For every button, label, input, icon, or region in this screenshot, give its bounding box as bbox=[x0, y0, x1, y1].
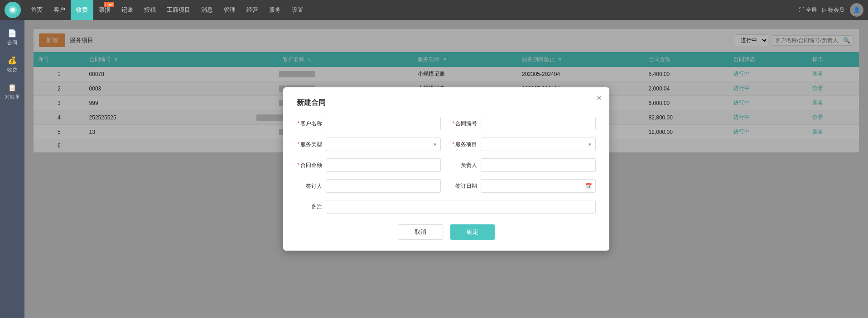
sidebar-item-billing[interactable]: 💰 收费 bbox=[1, 52, 24, 77]
contract-no-row: *合同编号 bbox=[452, 117, 596, 130]
service-item-select-wrapper: ▼ bbox=[481, 138, 596, 151]
nav-manage[interactable]: 管理 bbox=[218, 0, 241, 20]
remark-input[interactable] bbox=[326, 200, 596, 214]
customer-name-label: *客户名称 bbox=[297, 120, 322, 128]
sidebar-item-contract[interactable]: 📄 合同 bbox=[1, 24, 24, 50]
content-area: 新增 服务项目 进行中 已完成 已终止 🔍 bbox=[24, 20, 868, 318]
fullscreen-icon: ⛶ bbox=[799, 7, 804, 13]
modal-title: 新建合同 bbox=[297, 98, 596, 108]
sidebar-item-reconcile[interactable]: 📋 对账单 bbox=[1, 79, 24, 104]
avatar[interactable]: 👤 bbox=[850, 3, 863, 17]
nav-home[interactable]: 首页 bbox=[25, 0, 48, 20]
form-grid: *客户名称 *合同编号 *服务类型 bbox=[297, 117, 596, 214]
amount-label: *合同金额 bbox=[297, 161, 322, 169]
sign-date-input[interactable]: 2023-06-06 bbox=[481, 179, 596, 193]
new-badge: new bbox=[104, 2, 114, 7]
avatar-icon: 👤 bbox=[854, 7, 860, 13]
service-type-row: *服务类型 ▼ bbox=[297, 138, 441, 151]
signer-input[interactable] bbox=[326, 179, 441, 193]
responsible-input[interactable] bbox=[481, 158, 596, 172]
modal-overlay: ✕ 新建合同 *客户名称 *合同编号 bbox=[24, 20, 868, 318]
contract-no-input[interactable] bbox=[481, 117, 596, 130]
nav-operation[interactable]: 经营 bbox=[241, 0, 264, 20]
signer-label: 签订人 bbox=[297, 182, 322, 190]
service-type-label: *服务类型 bbox=[297, 141, 322, 148]
new-contract-modal: ✕ 新建合同 *客户名称 *合同编号 bbox=[283, 87, 609, 251]
nav-service[interactable]: 服务 bbox=[264, 0, 286, 20]
nav-right: ⛶ 全屏 ▷ 畅会员 👤 bbox=[799, 3, 863, 17]
nav-billing[interactable]: 收费 bbox=[71, 0, 93, 20]
responsible-label: 负责人 bbox=[452, 161, 477, 169]
service-type-select-wrapper: ▼ bbox=[326, 138, 441, 151]
sign-date-row: 签订日期 2023-06-06 📅 bbox=[452, 179, 596, 193]
signer-row: 签订人 bbox=[297, 179, 441, 193]
nav-customer[interactable]: 客户 bbox=[48, 0, 71, 20]
nav-tax[interactable]: 报税 bbox=[139, 0, 161, 20]
remark-label: 备注 bbox=[297, 203, 322, 211]
customer-name-input[interactable] bbox=[326, 117, 441, 130]
main-layout: 📄 合同 💰 收费 📋 对账单 新增 服务项目 进行中 已完成 已终止 bbox=[0, 20, 868, 318]
service-item-select[interactable] bbox=[481, 138, 596, 151]
nav-bookkeeping[interactable]: 记账 bbox=[116, 0, 139, 20]
amount-row: *合同金额 0.00 bbox=[297, 158, 441, 172]
modal-footer: 取消 确定 bbox=[297, 224, 596, 240]
nav-items: 首页 客户 收费 票据 new 记账 报税 工商项目 消息 管理 经营 服务 设… bbox=[25, 0, 799, 20]
service-type-select[interactable] bbox=[326, 138, 441, 151]
nav-message[interactable]: 消息 bbox=[196, 0, 218, 20]
service-item-label: *服务项目 bbox=[452, 141, 477, 148]
responsible-row: 负责人 bbox=[452, 158, 596, 172]
billing-icon: 💰 bbox=[7, 55, 17, 65]
contract-no-label: *合同编号 bbox=[452, 120, 477, 128]
fullscreen-button[interactable]: ⛶ 全屏 bbox=[799, 6, 817, 14]
confirm-button[interactable]: 确定 bbox=[450, 224, 495, 240]
nav-settings[interactable]: 设置 bbox=[286, 0, 309, 20]
remark-row: 备注 bbox=[297, 200, 596, 214]
amount-input[interactable]: 0.00 bbox=[326, 158, 441, 172]
vip-icon: ▷ bbox=[822, 7, 826, 13]
reconcile-icon: 📋 bbox=[7, 82, 17, 92]
vip-button[interactable]: ▷ 畅会员 bbox=[822, 6, 844, 14]
nav-invoice[interactable]: 票据 new bbox=[93, 0, 116, 20]
modal-close-button[interactable]: ✕ bbox=[596, 94, 602, 102]
nav-business[interactable]: 工商项目 bbox=[161, 0, 196, 20]
cancel-button[interactable]: 取消 bbox=[398, 224, 443, 240]
top-navigation: 首页 客户 收费 票据 new 记账 报税 工商项目 消息 管理 经营 服务 设… bbox=[0, 0, 868, 20]
customer-name-row: *客户名称 bbox=[297, 117, 441, 130]
sign-date-wrapper: 2023-06-06 📅 bbox=[481, 179, 596, 193]
contract-icon: 📄 bbox=[7, 28, 17, 38]
app-logo bbox=[5, 2, 21, 18]
sidebar: 📄 合同 💰 收费 📋 对账单 bbox=[0, 20, 24, 318]
service-item-row: *服务项目 ▼ bbox=[452, 138, 596, 151]
sign-date-label: 签订日期 bbox=[452, 182, 477, 190]
